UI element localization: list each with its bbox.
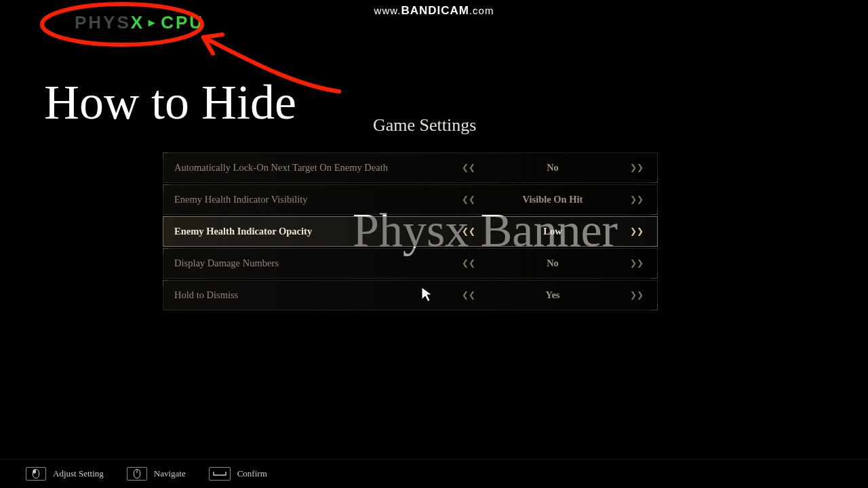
- mouse-cursor-icon: [420, 286, 435, 304]
- footer-hints: Adjust Setting Navigate Confirm: [0, 459, 868, 488]
- arrow-left-icon[interactable]: ❮❮: [459, 163, 478, 173]
- hint-navigate-label: Navigate: [154, 468, 186, 479]
- setting-row[interactable]: Hold to Dismiss❮❮Yes❯❯: [163, 280, 658, 310]
- hint-confirm-label: Confirm: [237, 468, 267, 479]
- arrow-right-icon[interactable]: ❯❯: [627, 258, 646, 268]
- setting-value: Low: [478, 226, 627, 237]
- setting-label: Enemy Health Indicator Opacity: [174, 226, 459, 237]
- mouse-icon: [127, 467, 147, 481]
- mouse-left-icon: [26, 467, 46, 481]
- hint-confirm: Confirm: [209, 467, 267, 481]
- setting-label: Hold to Dismiss: [174, 289, 459, 301]
- arrow-left-icon[interactable]: ❮❮: [459, 195, 478, 205]
- spacebar-icon: [209, 467, 231, 481]
- hint-navigate: Navigate: [127, 467, 186, 481]
- hint-adjust-label: Adjust Setting: [53, 468, 104, 479]
- setting-row[interactable]: Display Damage Numbers❮❮No❯❯: [163, 248, 658, 279]
- section-title: Game Settings: [373, 115, 476, 136]
- setting-label: Automatically Lock-On Next Target On Ene…: [174, 162, 459, 174]
- arrow-right-icon[interactable]: ❯❯: [627, 226, 646, 237]
- arrow-left-icon[interactable]: ❮❮: [459, 226, 478, 237]
- bandicam-watermark: www.BANDICAM.com: [374, 4, 494, 18]
- setting-row[interactable]: Enemy Health Indicator Opacity❮❮Low❯❯: [163, 216, 658, 247]
- setting-label: Display Damage Numbers: [174, 258, 459, 269]
- setting-value: Visible On Hit: [478, 194, 627, 205]
- arrow-right-icon[interactable]: ❯❯: [627, 163, 646, 173]
- setting-row[interactable]: Automatically Lock-On Next Target On Ene…: [163, 152, 658, 183]
- setting-value: Yes: [478, 289, 627, 301]
- arrow-left-icon[interactable]: ❮❮: [459, 290, 478, 300]
- settings-list: Automatically Lock-On Next Target On Ene…: [163, 152, 658, 312]
- setting-value: No: [478, 258, 627, 269]
- arrow-right-icon[interactable]: ❯❯: [627, 290, 646, 300]
- physx-banner: PHYSX▸CPU: [75, 12, 204, 33]
- setting-value: No: [478, 162, 627, 174]
- arrow-right-icon[interactable]: ❯❯: [627, 195, 646, 205]
- svg-rect-2: [33, 470, 37, 474]
- setting-row[interactable]: Enemy Health Indicator Visibility❮❮Visib…: [163, 184, 658, 215]
- overlay-text-top: How to Hide: [44, 75, 296, 131]
- setting-label: Enemy Health Indicator Visibility: [174, 194, 459, 205]
- hint-adjust: Adjust Setting: [26, 467, 104, 481]
- arrow-left-icon[interactable]: ❮❮: [459, 258, 478, 268]
